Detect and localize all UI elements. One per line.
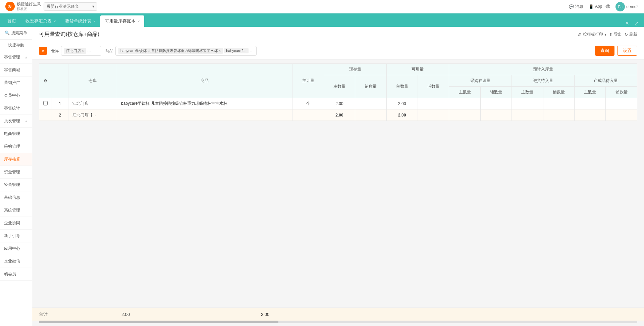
sidebar-item-finance-label: 资金管理 bbox=[4, 169, 28, 175]
top-bar-right: 💬 消息 📱 App下载 Ea demo2 bbox=[569, 2, 639, 11]
template-print-button[interactable]: 🖨 按模板打印 ▾ bbox=[578, 32, 606, 37]
logo-icon: 好 bbox=[5, 2, 15, 11]
page-header: 可用量查询(按仓库+商品) 🖨 按模板打印 ▾ ⬆ 导出 ↻ 刷新 bbox=[32, 27, 644, 42]
sidebar-quick-nav[interactable]: 快捷导航 bbox=[0, 40, 32, 51]
warehouse-filter: 仓库 江北门店 × ··· bbox=[51, 46, 101, 56]
export-button[interactable]: ⬆ 导出 bbox=[609, 32, 622, 37]
warehouse-more-icon[interactable]: ··· bbox=[87, 48, 91, 53]
product-filter-label: 商品 bbox=[105, 48, 113, 54]
chevron-icon-2: ▲ bbox=[24, 119, 28, 123]
warehouse-tag: 江北门店 × bbox=[64, 48, 86, 54]
app-download-button[interactable]: 📱 App下载 bbox=[589, 4, 610, 9]
message-button[interactable]: 💬 消息 bbox=[569, 4, 583, 9]
sidebar-item-vip[interactable]: 畅会员 bbox=[0, 268, 32, 281]
sidebar-item-enterprise-collab-label: 企业协同 bbox=[4, 220, 28, 226]
col-product-pending-header: 产成品待入量 bbox=[575, 75, 637, 87]
tab-summary[interactable]: 收发存汇总表 × bbox=[21, 15, 60, 27]
settings-button[interactable]: 设置 bbox=[617, 46, 637, 56]
filter-expand-button[interactable]: » bbox=[39, 47, 47, 55]
col-purch-main-header: 主数量 bbox=[449, 87, 480, 98]
nav-tabs: 首页 收发存汇总表 × 要货单统计表 × 可用量库存账本 × × ⤢ bbox=[0, 13, 644, 27]
footer-stock-aux bbox=[172, 312, 219, 317]
sidebar-item-wholesale[interactable]: 批发管理 ▲ bbox=[0, 115, 32, 128]
tab-available-stock-close[interactable]: × bbox=[138, 19, 140, 23]
footer-incoming-aux bbox=[498, 312, 544, 317]
sidebar-item-basics-label: 基础信息 bbox=[4, 195, 28, 200]
sidebar-item-finance[interactable]: 资金管理 bbox=[0, 166, 32, 179]
footer-prod-aux bbox=[591, 312, 637, 317]
row2-incoming-main bbox=[512, 109, 543, 121]
sidebar-item-member[interactable]: 会员中心 bbox=[0, 89, 32, 102]
row2-seq: 2 bbox=[52, 109, 68, 121]
warehouse-filter-input[interactable]: 江北门店 × ··· bbox=[61, 46, 101, 56]
warehouse-tag-close[interactable]: × bbox=[82, 49, 84, 53]
sidebar-item-enterprise-wechat-label: 企业微信 bbox=[4, 259, 28, 264]
col-avail-aux-header: 辅数量 bbox=[418, 75, 449, 98]
tab-order-stats-close[interactable]: × bbox=[93, 19, 95, 23]
product-tag-2: babycare?... bbox=[224, 48, 249, 53]
sidebar-item-purchase[interactable]: 采购管理 bbox=[0, 140, 32, 153]
sidebar-item-basics[interactable]: 基础信息 bbox=[0, 191, 32, 204]
sidebar-item-retail-stats[interactable]: 零售统计 bbox=[0, 102, 32, 115]
scrollbar-thumb[interactable] bbox=[39, 321, 278, 323]
col-product-header: 商品 bbox=[117, 64, 292, 98]
row1-unit: 个 bbox=[292, 98, 324, 109]
sidebar-item-marketing-label: 营销推广 bbox=[4, 80, 28, 86]
query-button[interactable]: 查询 bbox=[595, 46, 614, 56]
row2-purch-aux bbox=[480, 109, 512, 121]
row1-prod-main bbox=[575, 98, 606, 109]
expand-tabs-button[interactable]: ⤢ bbox=[632, 20, 641, 27]
product-more-icon[interactable]: ··· bbox=[250, 48, 254, 53]
sidebar-item-system[interactable]: 系统管理 bbox=[0, 204, 32, 217]
footer-purch-main bbox=[358, 312, 405, 317]
row2-warehouse: 江北门店【... bbox=[68, 109, 117, 121]
avatar: Ea bbox=[615, 2, 625, 11]
close-all-tabs-button[interactable]: × bbox=[623, 20, 632, 27]
user-area[interactable]: Ea demo2 bbox=[615, 2, 639, 11]
row2-check[interactable] bbox=[39, 109, 52, 121]
footer-purch-aux bbox=[405, 312, 451, 317]
row1-check[interactable] bbox=[39, 98, 52, 109]
industry-selector[interactable]: 母婴行业演示账套 ▾ bbox=[44, 2, 97, 11]
sidebar-item-retail-mall-label: 零售商城 bbox=[4, 67, 28, 73]
sidebar-item-enterprise-wechat[interactable]: 企业微信 bbox=[0, 255, 32, 268]
col-prod-main-header: 主数量 bbox=[575, 87, 606, 98]
table-footer: 合计 2.00 2.00 bbox=[32, 308, 644, 321]
search-icon: 🔍 bbox=[5, 31, 10, 35]
sidebar-item-newbie[interactable]: 新手引导 bbox=[0, 230, 32, 242]
col-settings-header[interactable]: ⚙ bbox=[39, 64, 52, 98]
content-area: 可用量查询(按仓库+商品) 🖨 按模板打印 ▾ ⬆ 导出 ↻ 刷新 » bbox=[32, 27, 644, 326]
refresh-button[interactable]: ↻ 刷新 bbox=[625, 32, 637, 37]
sidebar-item-ecommerce[interactable]: 电商管理 bbox=[0, 128, 32, 140]
sidebar-item-retail-mgmt[interactable]: 零售管理 ▲ bbox=[0, 51, 32, 64]
top-bar-left: 好 畅捷通好生意 标准版 母婴行业演示账套 ▾ bbox=[5, 2, 97, 11]
sidebar-item-inventory[interactable]: 库存核算 bbox=[0, 153, 32, 166]
row2-avail-main: 2.00 bbox=[386, 109, 418, 121]
sidebar-item-retail-mgmt-label: 零售管理 bbox=[4, 54, 24, 60]
tab-available-stock[interactable]: 可用量库存账本 × bbox=[100, 15, 144, 27]
filter-actions: 查询 设置 bbox=[595, 46, 637, 56]
sidebar-item-marketing[interactable]: 营销推广 bbox=[0, 77, 32, 89]
tab-home[interactable]: 首页 bbox=[3, 15, 21, 27]
product-filter-input[interactable]: babycare学饮杯 儿童防摔防撞吸管杯重力球吸嘴杯宝宝水杯 × babyca… bbox=[115, 46, 257, 56]
product-filter: 商品 babycare学饮杯 儿童防摔防撞吸管杯重力球吸嘴杯宝宝水杯 × bab… bbox=[105, 46, 257, 56]
tab-order-stats[interactable]: 要货单统计表 × bbox=[60, 15, 100, 27]
sidebar-item-app-center[interactable]: 应用中心 bbox=[0, 242, 32, 255]
sidebar-item-retail-mall[interactable]: 零售商城 bbox=[0, 64, 32, 77]
row1-checkbox[interactable] bbox=[43, 101, 48, 105]
sidebar-item-enterprise-collab[interactable]: 企业协同 bbox=[0, 217, 32, 230]
sidebar-item-operations[interactable]: 经营管理 bbox=[0, 179, 32, 191]
col-incoming-pending-header: 进货待入量 bbox=[512, 75, 575, 87]
sidebar-search[interactable]: 🔍 搜索菜单 bbox=[0, 27, 32, 40]
row2-purch-main bbox=[449, 109, 480, 121]
col-avail-main-header: 主数量 bbox=[386, 75, 418, 98]
table-area: ⚙ 仓库 商品 主计量 现存量 可用量 预计入库量 主数量 辅数量 主数量 辅数… bbox=[32, 59, 644, 308]
chevron-down-icon: ▾ bbox=[92, 4, 94, 9]
tab-summary-label: 收发存汇总表 bbox=[25, 18, 52, 24]
col-stock-aux-header: 辅数量 bbox=[355, 75, 386, 98]
horizontal-scrollbar[interactable] bbox=[39, 321, 637, 323]
col-current-stock-header: 现存量 bbox=[324, 64, 386, 75]
tab-summary-close[interactable]: × bbox=[54, 19, 56, 23]
page-title: 可用量查询(按仓库+商品) bbox=[39, 31, 99, 42]
product-tag-1-close[interactable]: × bbox=[219, 49, 221, 53]
